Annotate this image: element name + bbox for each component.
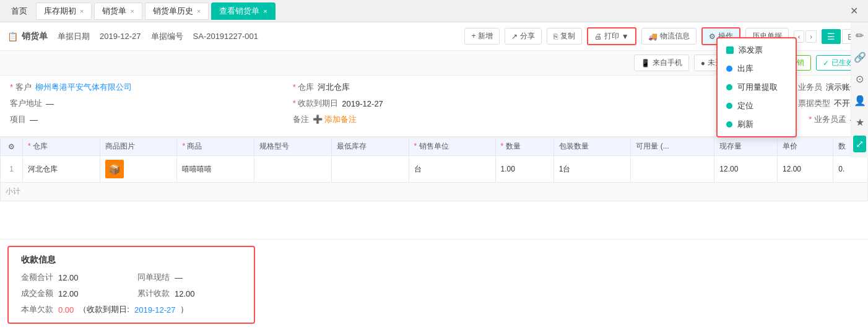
warehouse-value: 河北仓库	[318, 82, 350, 93]
tab-view-sales-close[interactable]: ×	[263, 7, 267, 15]
next-button[interactable]: ›	[805, 30, 817, 43]
row-pack-qty: 1台	[553, 156, 631, 183]
invoice-icon: ●	[701, 59, 705, 67]
outbound-label: 出库	[737, 63, 753, 74]
row-stock: 12.00	[714, 156, 778, 183]
document-title-text: 销货单	[22, 31, 48, 42]
due-date-value: 2019-12-27	[342, 99, 383, 108]
from-phone-button[interactable]: 📱 来自手机	[634, 54, 689, 71]
phone-icon: 📱	[641, 59, 650, 67]
document-meta: 单据日期 2019-12-27 单据编号 SA-20191227-001	[58, 31, 258, 42]
row-quantity: 1.00	[495, 156, 553, 183]
nav-arrows: ‹ ›	[794, 30, 817, 43]
th-unit: 销售单位	[409, 137, 495, 156]
tab-inventory[interactable]: 库存期初 ×	[36, 2, 92, 20]
total-amount-value: 12.00	[58, 273, 79, 282]
same-order-value: —	[175, 273, 183, 282]
add-note-button[interactable]: ➕ 添加备注	[313, 114, 357, 125]
new-button[interactable]: + 新增	[464, 28, 499, 45]
menu-refresh[interactable]: 刷新	[718, 115, 796, 134]
due-date-field: 收款到期日 2019-12-27	[293, 98, 576, 109]
logistics-icon: 🚚	[648, 32, 658, 41]
print-button[interactable]: 🖨 打印 ▼	[587, 27, 636, 45]
available-qty-label: 可用量提取	[737, 82, 778, 93]
window-close-button[interactable]: ✕	[845, 5, 863, 17]
tab-view-sales[interactable]: 查看销货单 ×	[211, 2, 275, 20]
cumulative-label: 累计收款	[137, 288, 170, 299]
address-value: —	[46, 99, 54, 108]
copy-button[interactable]: ⎘ 复制	[547, 28, 582, 45]
outbound-icon	[726, 66, 732, 72]
transaction-row: 成交金额 12.00	[21, 288, 125, 299]
sidebar-star-icon[interactable]: ★	[853, 114, 867, 131]
logistics-label: 物流信息	[660, 31, 690, 41]
th-settings[interactable]: ⚙	[1, 137, 23, 156]
tab-view-sales-label: 查看销货单	[219, 6, 259, 17]
row-min-stock	[331, 156, 409, 183]
note-field: 备注 ➕ 添加备注	[293, 114, 576, 125]
subtotal-label: 小计	[1, 183, 868, 201]
customer-label: 客户	[10, 82, 32, 93]
tab-bar: 首页 库存期初 × 销货单 × 销货单历史 × 查看销货单 × ✕	[0, 0, 868, 22]
logistics-button[interactable]: 🚚 物流信息	[641, 28, 697, 45]
sidebar-clock-icon[interactable]: ⊙	[853, 71, 866, 87]
transaction-value: 12.00	[58, 289, 79, 298]
tab-sales[interactable]: 销货单 ×	[94, 2, 142, 20]
share-label: 分享	[520, 31, 535, 41]
due-label: 本单欠款	[21, 304, 53, 315]
from-phone-label: 来自手机	[653, 58, 682, 68]
menu-add-invoice[interactable]: 添发票	[718, 41, 796, 59]
date-value: 2019-12-27	[100, 32, 141, 41]
tab-home-label: 首页	[11, 6, 27, 17]
project-label: 项目	[10, 114, 26, 125]
document-icon: 📋	[7, 32, 18, 41]
th-image: 商品图片	[100, 137, 177, 156]
th-available: 可用量 (...	[631, 137, 714, 156]
tab-inventory-close[interactable]: ×	[80, 7, 84, 15]
share-button[interactable]: ↗ 分享	[505, 28, 542, 45]
document-actions: + 新增 ↗ 分享 ⎘ 复制 🖨 打印 ▼ 🚚 物流信息	[464, 27, 861, 45]
operate-icon: ⚙	[709, 32, 716, 41]
document-title: 📋 销货单	[7, 31, 48, 42]
project-value: —	[30, 115, 38, 124]
sidebar-expand-icon[interactable]: ⤢	[853, 136, 866, 152]
tab-home[interactable]: 首页	[5, 2, 33, 20]
locate-label: 定位	[737, 100, 753, 111]
th-stock: 现存量	[714, 137, 778, 156]
salesperson-label: 业务员	[798, 82, 822, 93]
refresh-label: 刷新	[737, 119, 753, 130]
product-thumbnail: 📦	[105, 160, 124, 178]
available-qty-icon	[726, 84, 732, 90]
copy-label: 复制	[560, 31, 575, 41]
list-view-button[interactable]: ☰	[822, 29, 841, 44]
refresh-icon	[726, 121, 732, 128]
tab-sales-history-close[interactable]: ×	[197, 7, 201, 15]
locate-icon	[726, 103, 732, 109]
sidebar-link-icon[interactable]: 🔗	[851, 49, 869, 66]
cumulative-row: 累计收款 12.00	[137, 288, 241, 299]
tab-sales-close[interactable]: ×	[130, 7, 134, 15]
row-unit: 台	[409, 156, 495, 183]
share-icon: ↗	[511, 32, 518, 41]
th-quantity: 数量	[495, 137, 553, 156]
effective-check-icon: ✓	[823, 59, 829, 67]
total-amount-row: 金额合计 12.00	[21, 272, 125, 283]
add-invoice-label: 添发票	[739, 45, 763, 56]
tab-inventory-label: 库存期初	[44, 6, 76, 17]
menu-available-qty[interactable]: 可用量提取	[718, 78, 796, 97]
customer-value[interactable]: 柳州粤港平安气体有限公司	[35, 82, 132, 93]
due-note: （收款到期日:	[79, 304, 129, 315]
menu-locate[interactable]: 定位	[718, 97, 796, 115]
number-label: 单据编号	[151, 31, 183, 42]
th-min-stock: 最低库存	[331, 137, 409, 156]
print-dropdown-icon: ▼	[622, 32, 629, 41]
menu-outbound[interactable]: 出库	[718, 59, 796, 78]
customer-field: 客户 柳州粤港平安气体有限公司	[10, 82, 293, 93]
sidebar-edit-icon[interactable]: ✏	[853, 27, 866, 44]
due-row: 本单欠款 0.00 （收款到期日: 2019-12-27 ）	[21, 304, 241, 315]
tab-sales-history[interactable]: 销货单历史 ×	[145, 2, 209, 20]
th-product: 商品	[177, 137, 254, 156]
sidebar-user-icon[interactable]: 👤	[851, 92, 869, 109]
salesperson2-label: 业务员孟	[809, 114, 846, 125]
th-pack-qty: 包装数量	[553, 137, 631, 156]
